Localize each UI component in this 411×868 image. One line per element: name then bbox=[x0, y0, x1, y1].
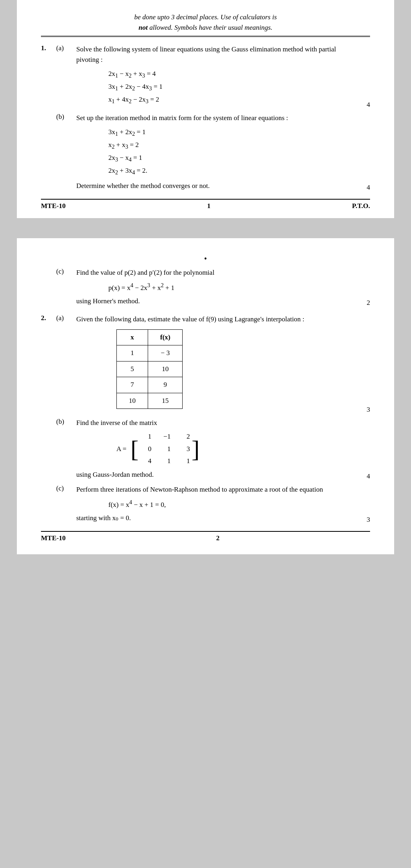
header: be done upto 3 decimal places. Use of ca… bbox=[41, 12, 370, 33]
q1b-marks: 4 bbox=[358, 184, 370, 192]
q1b-part: (b) bbox=[56, 113, 76, 121]
q2a-part: (a) bbox=[56, 314, 76, 322]
page-2: • (c) Find the value of p(2) and p′(2) f… bbox=[17, 238, 394, 554]
q2-number: 2. bbox=[41, 314, 56, 322]
m23: 3 bbox=[179, 444, 190, 454]
header-line2: allowed. Symbols have their usual meanin… bbox=[148, 24, 273, 31]
q2a-marks: 3 bbox=[358, 406, 370, 414]
q1b-eq3: 2x3 − x4 = 1 bbox=[108, 152, 358, 165]
page-1: be done upto 3 decimal places. Use of ca… bbox=[17, 0, 394, 218]
bracket-right: ] bbox=[191, 437, 199, 461]
table-cell-x1: 1 bbox=[117, 345, 148, 361]
q1c-row: (c) Find the value of p(2) and p′(2) for… bbox=[41, 268, 370, 307]
q1c-part: (c) bbox=[56, 268, 76, 276]
q1a-text: Solve the following system of linear equ… bbox=[76, 44, 358, 109]
table-cell-x2: 5 bbox=[117, 361, 148, 377]
matrix-row-2: 0 1 3 bbox=[140, 444, 190, 454]
q1b-eq1: 3x1 + 2x2 = 1 bbox=[108, 126, 358, 139]
table-cell-fx3: 9 bbox=[148, 377, 183, 393]
matrix-row-1: 1 −1 2 bbox=[140, 431, 190, 442]
q1-row: 1. (a) Solve the following system of lin… bbox=[41, 44, 370, 109]
q1b-converge: Determine whether the method converges o… bbox=[76, 181, 358, 191]
page2-footer: MTE-10 2 bbox=[41, 531, 370, 542]
m22: 1 bbox=[159, 444, 171, 454]
footer1-center: 1 bbox=[207, 202, 211, 210]
q1a-part: (a) bbox=[56, 44, 76, 52]
m31: 4 bbox=[140, 456, 151, 466]
q1a-equations: 2x1 − x2 + x3 = 4 3x1 + 2x2 − 4x3 = 1 x1… bbox=[108, 68, 358, 107]
q2c-part: (c) bbox=[56, 484, 76, 492]
m32: 1 bbox=[159, 456, 171, 466]
page-gap bbox=[0, 218, 411, 230]
question-2: 2. (a) Given the following data, estimat… bbox=[41, 314, 370, 524]
dot-separator: • bbox=[41, 254, 370, 263]
footer1-left: MTE-10 bbox=[41, 202, 65, 210]
q2b-row: (b) Find the inverse of the matrix A = [… bbox=[41, 418, 370, 480]
table-cell-fx1: − 3 bbox=[148, 345, 183, 361]
page1-footer: MTE-10 1 P.T.O. bbox=[41, 199, 370, 210]
header-not: not bbox=[138, 24, 148, 31]
header-line1: be done upto 3 decimal places. Use of ca… bbox=[134, 13, 277, 21]
m11: 1 bbox=[140, 431, 151, 442]
q2c-equations: f(x) = x4 − x + 1 = 0, bbox=[108, 497, 358, 511]
question-1: 1. (a) Solve the following system of lin… bbox=[41, 44, 370, 192]
q2b-part: (b) bbox=[56, 418, 76, 426]
divider bbox=[41, 36, 370, 37]
q1b-eq4: 2x2 + 3x4 = 2. bbox=[108, 165, 358, 178]
matrix-label: A = bbox=[116, 444, 126, 454]
q1c-poly: p(x) = x4 − 2x3 + x2 + 1 bbox=[108, 280, 358, 294]
q1a-marks: 4 bbox=[358, 101, 370, 109]
m13: 2 bbox=[179, 431, 190, 442]
q2b-matrix-block: A = [ 1 −1 2 0 1 3 bbox=[116, 431, 358, 466]
footer2-center: 2 bbox=[216, 534, 220, 542]
question-1c: (c) Find the value of p(2) and p′(2) for… bbox=[41, 268, 370, 307]
m21: 0 bbox=[140, 444, 151, 454]
matrix-rows: 1 −1 2 0 1 3 4 1 bbox=[140, 431, 190, 466]
table-cell-fx2: 10 bbox=[148, 361, 183, 377]
q2a-text: Given the following data, estimate the v… bbox=[76, 314, 358, 414]
footer1-right: P.T.O. bbox=[352, 202, 370, 210]
table-row: 7 9 bbox=[117, 377, 183, 393]
table-cell-x3: 7 bbox=[117, 377, 148, 393]
table-cell-x4: 10 bbox=[117, 393, 148, 408]
q1c-text: Find the value of p(2) and p′(2) for the… bbox=[76, 268, 358, 307]
q2b-marks: 4 bbox=[358, 472, 370, 480]
q2a-row: 2. (a) Given the following data, estimat… bbox=[41, 314, 370, 414]
q1b-eq2: x2 + x3 = 2 bbox=[108, 139, 358, 152]
table-header-fx: f(x) bbox=[148, 330, 183, 345]
table-cell-fx4: 15 bbox=[148, 393, 183, 408]
m33: 1 bbox=[179, 456, 190, 466]
q1b-text: Set up the iteration method in matrix fo… bbox=[76, 113, 358, 191]
q1c-marks: 2 bbox=[358, 299, 370, 307]
table-header-x: x bbox=[117, 330, 148, 345]
table-row: 1 − 3 bbox=[117, 345, 183, 361]
matrix-display: A = [ 1 −1 2 0 1 3 bbox=[116, 431, 199, 466]
q1-number: 1. bbox=[41, 44, 56, 52]
q1a-eq3: x1 + 4x2 − 2x3 = 2 bbox=[108, 94, 358, 106]
q1a-eq1: 2x1 − x2 + x3 = 4 bbox=[108, 68, 358, 81]
bracket-left: [ bbox=[130, 437, 138, 461]
table-row: 5 10 bbox=[117, 361, 183, 377]
q1b-row: (b) Set up the iteration method in matri… bbox=[41, 113, 370, 191]
q1b-equations: 3x1 + 2x2 = 1 x2 + x3 = 2 2x3 − x4 = 1 2… bbox=[108, 126, 358, 178]
q2c-text: Perform three iterations of Newton-Raphs… bbox=[76, 484, 358, 524]
footer2-left: MTE-10 bbox=[41, 534, 65, 542]
q2c-marks: 3 bbox=[358, 516, 370, 524]
matrix-row-3: 4 1 1 bbox=[140, 456, 190, 466]
q2a-table: x f(x) 1 − 3 5 10 bbox=[116, 329, 183, 409]
q2b-method: using Gauss-Jordan method. bbox=[76, 470, 358, 480]
q2c-eq: f(x) = x4 − x + 1 = 0, bbox=[108, 497, 358, 511]
q2b-text: Find the inverse of the matrix A = [ 1 −… bbox=[76, 418, 358, 480]
q2c-starting: starting with x₀ = 0. bbox=[76, 513, 358, 523]
q1c-polynomial: p(x) = x4 − 2x3 + x2 + 1 bbox=[108, 280, 358, 294]
m12: −1 bbox=[159, 431, 171, 442]
table-row: 10 15 bbox=[117, 393, 183, 408]
q2c-row: (c) Perform three iterations of Newton-R… bbox=[41, 484, 370, 524]
q1a-eq2: 3x1 + 2x2 − 4x3 = 1 bbox=[108, 81, 358, 94]
q2a-table-container: x f(x) 1 − 3 5 10 bbox=[116, 329, 358, 409]
